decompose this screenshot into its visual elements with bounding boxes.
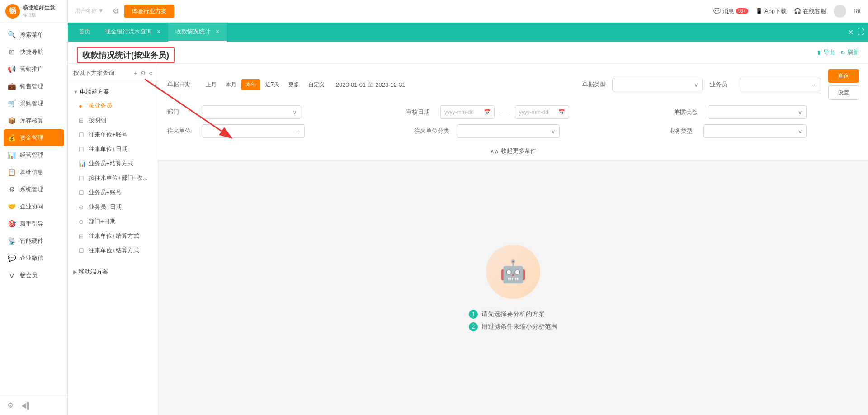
sidebar-item-guide[interactable]: 🎯 新手引导 xyxy=(0,215,67,232)
bank-flow-tab-close[interactable]: ✕ xyxy=(156,28,161,35)
window-close-btn[interactable]: ✕ xyxy=(848,28,854,37)
app-download-icon: 📱 xyxy=(755,8,763,14)
biz-type-select[interactable]: ∨ xyxy=(703,124,807,138)
sidebar-item-hardware[interactable]: 📡 智能硬件 xyxy=(0,232,67,250)
topbar-settings-icon[interactable]: ⚙ xyxy=(113,7,119,15)
plan-item-by-detail[interactable]: ⊞ 按明细 xyxy=(68,113,158,127)
sidebar-item-sales[interactable]: 💼 销售管理 xyxy=(0,78,67,95)
sidebar-item-operations[interactable]: 📊 经营管理 xyxy=(0,146,67,164)
date-btn-this-year[interactable]: 本年 xyxy=(241,79,260,90)
date-dash: 至 xyxy=(368,80,373,89)
partner-category-select[interactable]: ∨ xyxy=(457,124,560,138)
footer-settings-icon[interactable]: ⚙ xyxy=(7,401,14,410)
collapse-panel-icon[interactable]: « xyxy=(149,70,152,77)
audit-date-end[interactable]: yyyy-mm-dd 📅 xyxy=(515,105,569,119)
doc-status-label: 单据状态 xyxy=(674,108,701,116)
sidebar-item-basic-info[interactable]: 📋 基础信息 xyxy=(0,164,67,181)
mobile-group-title[interactable]: ▶ 移动端方案 xyxy=(68,265,158,278)
date-btn-more[interactable]: 更多 xyxy=(284,79,303,90)
dept-date-icon: ⊙ xyxy=(79,218,86,225)
messages-item[interactable]: 💬 消息 99+ xyxy=(713,7,748,15)
plan-item-partner-settle2[interactable]: ☐ 往来单位+结算方式 xyxy=(68,243,158,258)
topbar: 用户名称 ▼ ⚙ 体验行业方案 💬 消息 99+ 📱 App下载 🎧 在线客服 … xyxy=(68,0,868,23)
date-label: 单据日期 xyxy=(167,80,194,89)
sidebar-item-purchase[interactable]: 🛒 采购管理 xyxy=(0,95,67,112)
salesperson-dots[interactable]: ··· xyxy=(812,81,817,88)
messages-icon: 💬 xyxy=(713,8,721,14)
plan-item-partner-settle1[interactable]: ⊞ 往来单位+结算方式 xyxy=(68,229,158,243)
tab-collection-stats[interactable]: 收款情况统计 ✕ xyxy=(168,23,227,42)
tip-num-2: 2 xyxy=(469,322,478,331)
partner-settle2-icon: ☐ xyxy=(79,247,86,254)
query-button[interactable]: 查询 xyxy=(828,69,859,83)
set-button[interactable]: 设置 xyxy=(828,85,859,100)
plan-item-by-salesperson[interactable]: ● 按业务员 xyxy=(68,99,158,113)
settings-plan-icon[interactable]: ⚙ xyxy=(140,70,146,77)
trial-button[interactable]: 体验行业方案 xyxy=(124,5,174,18)
date-range-display: 2023-01-01 至 2023-12-31 xyxy=(336,80,406,89)
partner-account-icon: ☐ xyxy=(79,132,86,138)
app-download-item[interactable]: 📱 App下载 xyxy=(755,7,787,15)
window-maximize-btn[interactable]: ⛶ xyxy=(857,28,864,36)
plan-item-salesperson-date[interactable]: ⊙ 业务员+日期 xyxy=(68,200,158,214)
online-service-item[interactable]: 🎧 在线客服 xyxy=(794,7,826,15)
empty-tip-2: 2 用过滤条件来缩小分析范围 xyxy=(469,322,557,331)
topbar-right: 💬 消息 99+ 📱 App下载 🎧 在线客服 Rit xyxy=(713,5,861,18)
main-content: 用户名称 ▼ ⚙ 体验行业方案 💬 消息 99+ 📱 App下载 🎧 在线客服 … xyxy=(68,0,868,415)
dept-select[interactable]: ∨ xyxy=(202,105,301,119)
doc-type-select[interactable]: ∨ xyxy=(612,78,703,91)
right-panel: 单据日期 上月 本月 本年 近7天 更多 自定义 2023-01-01 至 xyxy=(158,64,868,415)
page-header-actions: ⬆ 导出 ↻ 刷新 xyxy=(816,48,859,62)
sidebar-item-member[interactable]: V 畅会员 xyxy=(0,267,67,284)
sidebar-item-enterprise[interactable]: 🤝 企业协同 xyxy=(0,198,67,215)
tab-home[interactable]: 首页 xyxy=(71,23,98,42)
date-btn-last-month[interactable]: 上月 xyxy=(202,79,221,90)
collection-stats-tab-close[interactable]: ✕ xyxy=(215,28,220,35)
plan-item-partner-dept-collect[interactable]: ☐ 按往来单位+部门+收... xyxy=(68,171,158,185)
partner-dots[interactable]: ··· xyxy=(296,128,301,135)
audit-date-separator: — xyxy=(502,109,508,116)
sidebar-item-marketing[interactable]: 📢 营销推广 xyxy=(0,61,67,78)
empty-tips: 1 请先选择要分析的方案 2 用过滤条件来缩小分析范围 xyxy=(469,310,557,331)
doc-status-select[interactable]: ∨ xyxy=(708,105,807,119)
desktop-group-arrow: ▼ xyxy=(73,89,78,94)
plan-item-partner-date[interactable]: ☐ 往来单位+日期 xyxy=(68,142,158,156)
user-avatar[interactable] xyxy=(834,5,846,18)
add-plan-icon[interactable]: + xyxy=(134,70,137,77)
tip-num-1: 1 xyxy=(469,310,478,319)
sidebar-item-quick-nav[interactable]: ⊞ 快捷导航 xyxy=(0,43,67,61)
plan-item-dept-date[interactable]: ⊙ 部门+日期 xyxy=(68,214,158,229)
audit-date-start[interactable]: yyyy-mm-dd 📅 xyxy=(440,105,495,119)
export-button[interactable]: ⬆ 导出 xyxy=(816,48,835,57)
app-logo: 畅 畅捷通好生意 标准版 xyxy=(0,0,67,23)
tab-bank-flow[interactable]: 现金银行流水查询 ✕ xyxy=(98,23,168,42)
plan-item-salesperson-settle[interactable]: 📊 业务员+结算方式 xyxy=(68,156,158,171)
logo-icon: 畅 xyxy=(5,4,20,19)
sidebar-item-search-menu[interactable]: 🔍 搜索菜单 xyxy=(0,26,67,43)
sidebar-item-finance[interactable]: 💰 资金管理 xyxy=(4,129,64,146)
wechat-icon: 💬 xyxy=(7,254,16,262)
plan-item-salesperson-account[interactable]: ☐ 业务员+账号 xyxy=(68,185,158,200)
sidebar-item-wechat[interactable]: 💬 企业微信 xyxy=(0,250,67,267)
partner-select[interactable]: ··· xyxy=(202,124,305,138)
filter-row-1: 单据日期 上月 本月 本年 近7天 更多 自定义 2023-01-01 至 xyxy=(167,69,859,100)
footer-collapse-icon[interactable]: ◀‖ xyxy=(21,401,30,410)
left-panel-header: 按以下方案查询 + ⚙ « xyxy=(68,64,158,81)
collection-stats-tab-label: 收款情况统计 xyxy=(175,28,211,36)
salesperson-select[interactable]: ··· xyxy=(740,78,821,91)
inventory-icon: 📦 xyxy=(7,117,16,125)
plan-item-partner-account[interactable]: ☐ 往来单位+账号 xyxy=(68,127,158,142)
date-btn-custom[interactable]: 自定义 xyxy=(304,79,329,90)
partner-settle1-icon: ⊞ xyxy=(79,233,86,240)
refresh-button[interactable]: ↻ 刷新 xyxy=(840,48,859,57)
dept-arrow: ∨ xyxy=(292,109,297,116)
empty-illustration: 🤖 xyxy=(486,245,540,299)
date-btn-7days[interactable]: 近7天 xyxy=(261,79,283,90)
doc-type-label: 单据类型 xyxy=(582,80,609,89)
sidebar-item-inventory[interactable]: 📦 库存核算 xyxy=(0,112,67,129)
date-btn-this-month[interactable]: 本月 xyxy=(222,79,241,90)
collapse-filter-btn[interactable]: ∧∧ 收起更多条件 xyxy=(167,143,859,155)
desktop-group-title[interactable]: ▼ 电脑端方案 xyxy=(68,85,158,99)
sidebar-item-system[interactable]: ⚙ 系统管理 xyxy=(0,181,67,198)
export-icon: ⬆ xyxy=(816,49,821,56)
